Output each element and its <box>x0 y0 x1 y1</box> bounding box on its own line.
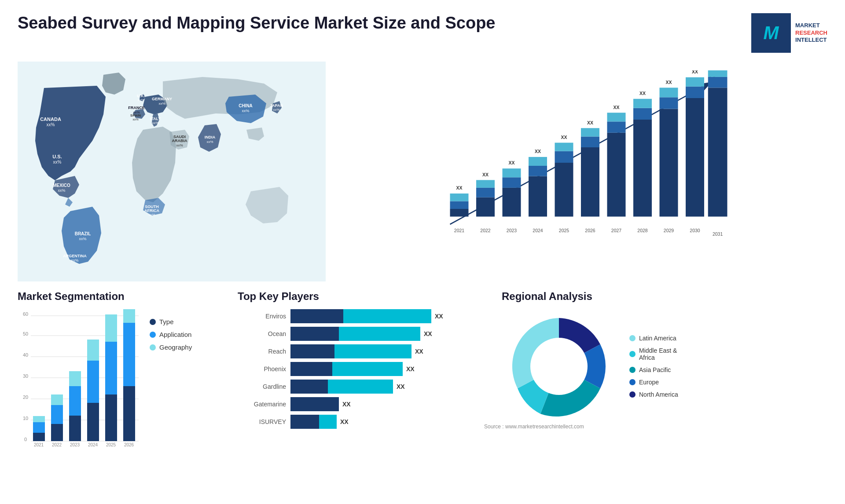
player-name: Ocean <box>238 330 286 337</box>
svg-rect-104 <box>33 433 45 441</box>
legend-dot-type <box>150 319 156 325</box>
map-section: CANADA xx% U.S. xx% MEXICO xx% BRAZIL xx… <box>18 62 326 281</box>
player-bar-light <box>319 415 337 429</box>
players-list: Enviros XX Ocean XX Re <box>238 309 493 429</box>
svg-rect-36 <box>450 209 469 217</box>
svg-text:60: 60 <box>23 311 28 317</box>
svg-rect-71 <box>633 120 652 217</box>
legend-item-application: Application <box>150 331 192 338</box>
logo-container: M MARKET RESEARCH INTELLECT <box>751 13 827 53</box>
svg-text:2026: 2026 <box>585 228 595 233</box>
svg-text:2029: 2029 <box>664 228 674 233</box>
svg-text:2031: 2031 <box>713 231 723 237</box>
legend-item-type: Type <box>150 318 192 325</box>
player-xx: XX <box>424 330 432 337</box>
player-xx: XX <box>340 418 349 425</box>
svg-text:XX: XX <box>692 70 698 74</box>
svg-text:U.K.: U.K. <box>137 94 145 98</box>
svg-text:50: 50 <box>23 331 28 336</box>
svg-rect-124 <box>123 386 135 441</box>
svg-rect-117 <box>87 361 99 403</box>
svg-text:xx%: xx% <box>53 160 62 164</box>
svg-text:2024: 2024 <box>88 442 98 447</box>
player-name: Gardline <box>238 383 286 390</box>
svg-text:2028: 2028 <box>637 228 648 233</box>
svg-text:2022: 2022 <box>480 228 491 233</box>
player-name: Phoenix <box>238 365 286 373</box>
svg-rect-48 <box>503 168 521 177</box>
logo-text: MARKET RESEARCH INTELLECT <box>795 22 827 44</box>
player-bar-light <box>334 344 411 358</box>
svg-text:2023: 2023 <box>70 442 80 447</box>
svg-rect-120 <box>105 394 117 441</box>
svg-point-128 <box>530 338 588 395</box>
regional-title: Regional Analysis <box>502 290 827 303</box>
svg-rect-122 <box>105 314 117 342</box>
svg-text:XX: XX <box>508 160 514 165</box>
player-row: ISURVEY XX <box>238 415 493 429</box>
svg-text:AFRICA: AFRICA <box>144 208 159 213</box>
svg-text:JAPAN: JAPAN <box>270 103 283 108</box>
svg-rect-109 <box>51 405 63 424</box>
player-row: Phoenix XX <box>238 362 493 376</box>
player-bar-light <box>332 362 403 376</box>
seg-chart-wrapper: 0 10 20 30 40 50 60 <box>18 309 141 450</box>
svg-text:xx%: xx% <box>47 122 55 127</box>
svg-rect-68 <box>607 113 626 121</box>
svg-text:xx%: xx% <box>132 118 138 121</box>
svg-text:xx%: xx% <box>176 143 183 147</box>
bottom-row: Market Segmentation 0 10 20 30 40 50 60 <box>18 290 827 479</box>
players-title: Top Key Players <box>238 290 493 303</box>
svg-text:xx%: xx% <box>79 237 86 241</box>
svg-rect-121 <box>105 342 117 394</box>
svg-text:ARABIA: ARABIA <box>172 139 187 143</box>
svg-text:0: 0 <box>24 437 27 442</box>
svg-rect-57 <box>555 151 573 163</box>
player-bar-container: XX <box>290 362 493 376</box>
svg-text:40: 40 <box>23 352 28 358</box>
donut-chart-svg <box>502 309 616 424</box>
player-name: Enviros <box>238 313 286 320</box>
svg-text:U.S.: U.S. <box>52 154 62 159</box>
svg-text:xx%: xx% <box>71 258 78 263</box>
svg-text:XX: XX <box>587 120 593 125</box>
dot-asia-pacific <box>629 367 636 373</box>
page-title: Seabed Survey and Mapping Service Market… <box>18 13 496 33</box>
player-bar-container: XX <box>290 415 493 429</box>
svg-text:xx%: xx% <box>242 109 249 113</box>
svg-text:XX: XX <box>482 172 489 177</box>
dot-north-america <box>629 391 636 398</box>
svg-rect-87 <box>708 77 727 88</box>
players-section: Top Key Players Enviros XX Ocean XX <box>238 290 493 479</box>
svg-text:2026: 2026 <box>124 442 134 447</box>
segmentation-section: Market Segmentation 0 10 20 30 40 50 60 <box>18 290 229 479</box>
player-bar-dark <box>290 344 334 358</box>
svg-rect-114 <box>69 371 81 386</box>
player-row: Reach XX <box>238 344 493 358</box>
svg-rect-61 <box>581 147 599 217</box>
svg-rect-126 <box>123 309 135 323</box>
svg-text:XX: XX <box>665 80 672 85</box>
svg-text:2022: 2022 <box>52 442 62 447</box>
svg-text:ARGENTINA: ARGENTINA <box>63 254 87 258</box>
svg-text:CHINA: CHINA <box>239 103 253 108</box>
header: Seabed Survey and Mapping Service Market… <box>18 13 827 53</box>
player-bar-dark <box>290 327 339 341</box>
svg-text:MEXICO: MEXICO <box>53 183 70 188</box>
legend-item-geography: Geography <box>150 343 192 351</box>
player-bar-dark <box>290 309 343 323</box>
bar-chart-section: XX XX 2021 XX 2022 <box>334 62 827 281</box>
svg-rect-82 <box>686 87 704 98</box>
seg-chart-area: 0 10 20 30 40 50 60 <box>18 309 229 450</box>
legend-latin-america: Latin America <box>629 335 678 342</box>
dot-latin-america <box>629 335 636 341</box>
svg-text:30: 30 <box>23 373 28 379</box>
svg-rect-58 <box>555 143 573 151</box>
svg-rect-106 <box>33 416 45 422</box>
svg-rect-108 <box>51 424 63 441</box>
svg-text:XX: XX <box>613 105 619 110</box>
svg-rect-116 <box>87 403 99 441</box>
svg-text:CANADA: CANADA <box>40 117 61 122</box>
donut-legend: Latin America Middle East &Africa Asia P… <box>629 335 678 398</box>
player-row: Gardline XX <box>238 380 493 394</box>
